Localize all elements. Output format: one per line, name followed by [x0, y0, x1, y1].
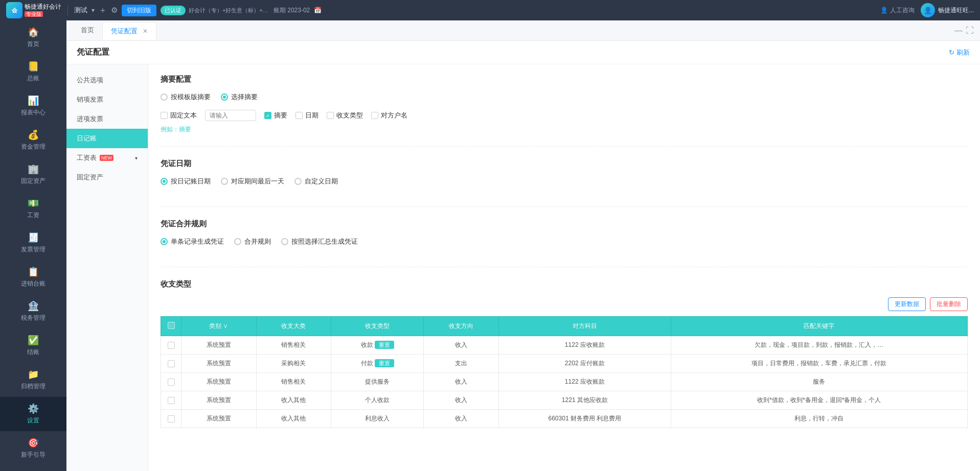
date-section: 凭证日期 按日记账日期 对应期间最后一天	[161, 159, 968, 207]
checkbox-box-date	[295, 112, 303, 119]
settings-btn[interactable]: ⚙	[111, 6, 118, 15]
sidebar-item-asset[interactable]: 🏢 固定资产	[0, 157, 66, 192]
cell-big-type-2: 采购相关	[256, 355, 331, 373]
fund-icon: 💰	[28, 129, 39, 140]
checkbox-date[interactable]: 日期	[295, 111, 318, 120]
tab-home[interactable]: 首页	[73, 21, 102, 40]
switch-btn[interactable]: 切到旧版	[122, 5, 156, 16]
row-checkbox-3[interactable]	[161, 373, 181, 391]
guide-icon: 🎯	[28, 437, 39, 449]
table-actions: 更新数据 批量删除	[161, 297, 968, 311]
test-label: 测试	[74, 6, 87, 15]
tab-minimize-icon[interactable]: —	[954, 26, 963, 35]
tab-close-btn[interactable]: ✕	[143, 28, 148, 35]
nav-public[interactable]: 公共选项	[66, 70, 148, 90]
nav-salary-table[interactable]: 工资表 NEW ▾	[66, 148, 148, 168]
checkbox-fixed-text[interactable]: 固定文本	[161, 111, 197, 120]
left-nav: 公共选项 销项发票 进项发票 日记账 工资表 NEW ▾	[66, 64, 148, 471]
update-data-btn[interactable]: 更新数据	[888, 297, 926, 311]
checkbox-type[interactable]: 收支类型	[327, 111, 363, 120]
sidebar-item-tax[interactable]: 🏦 税务管理	[0, 294, 66, 328]
tab-bar: 首页 凭证配置 ✕ — ⛶	[66, 20, 980, 41]
reset-tag-1[interactable]: 重置	[375, 341, 394, 349]
radio-custom-date[interactable]: 自定义日期	[294, 177, 338, 186]
radio-circle	[161, 93, 168, 101]
cell-type-3: 提供服务	[331, 373, 424, 391]
cell-keywords-5: 利息，行转，冲自	[671, 410, 967, 428]
table-row: 系统预置 销售相关 提供服务 收入 1122 应收账款 服务	[161, 373, 968, 391]
sidebar-item-archive[interactable]: 📁 归档管理	[0, 363, 66, 397]
reset-tag-2[interactable]: 重置	[375, 359, 394, 367]
certified-tag: 已认证	[161, 6, 186, 15]
checkbox-row: 固定文本 ✓ 摘要 日期	[161, 110, 968, 121]
checkbox-box-summary: ✓	[264, 112, 271, 119]
date-title: 凭证日期	[161, 159, 968, 169]
cell-keywords-4: 收到*借款，收到*备用金，退回*备用金，个人	[671, 391, 967, 410]
page-title: 凭证配置	[77, 47, 109, 58]
summary-section: 摘要配置 按模板版摘要 选择摘要	[161, 75, 968, 147]
sidebar-item-member[interactable]: 👑 畅会员	[0, 465, 66, 471]
merge-radio-group: 单条记录生成凭证 合并规则 按照选择汇总生成凭证	[161, 237, 968, 246]
purchase-icon: 📋	[28, 266, 39, 277]
inner-layout: 公共选项 销项发票 进项发票 日记账 工资表 NEW ▾	[66, 64, 980, 471]
row-checkbox-1[interactable]	[161, 336, 181, 355]
row-checkbox-5[interactable]	[161, 410, 181, 428]
sidebar-item-close[interactable]: ✅ 结账	[0, 328, 66, 363]
row-checkbox-4[interactable]	[161, 391, 181, 410]
archive-icon: 📁	[28, 369, 39, 380]
ledger-icon: 📒	[28, 61, 39, 72]
refresh-btn[interactable]: ↻ 刷新	[949, 48, 970, 57]
sidebar-item-report[interactable]: 📊 报表中心	[0, 89, 66, 123]
radio-journal-date[interactable]: 按日记账日期	[161, 177, 211, 186]
tab-maximize-icon[interactable]: ⛶	[966, 26, 974, 35]
checkbox-box-counterparty	[371, 112, 378, 119]
cell-type-1: 收款 重置	[331, 336, 424, 355]
sidebar-item-invoice[interactable]: 🧾 发票管理	[0, 226, 66, 260]
radio-select-summary[interactable]: 选择摘要	[221, 92, 258, 102]
cell-account-4: 1221 其他应收款	[499, 391, 671, 410]
chevron-down-icon: ▾	[135, 155, 138, 161]
nav-journal[interactable]: 日记账	[66, 129, 148, 148]
checkbox-counterparty[interactable]: 对方户名	[371, 111, 407, 120]
tags-text: 好会计（专）+好生意（标）+…	[189, 7, 268, 14]
sidebar-item-salary[interactable]: 💵 工资	[0, 192, 66, 226]
cell-direction-4: 收入	[424, 391, 499, 410]
radio-period-last[interactable]: 对应期间最后一天	[221, 177, 284, 186]
sidebar-item-guide[interactable]: 🎯 新手引导	[0, 431, 66, 465]
tab-voucher-config[interactable]: 凭证配置 ✕	[102, 22, 156, 40]
home-icon: 🏠	[28, 27, 39, 38]
radio-template-summary[interactable]: 按模板版摘要	[161, 92, 211, 102]
nav-purchase-invoice[interactable]: 进项发票	[66, 109, 148, 129]
sidebar-item-settings[interactable]: ⚙️ 设置	[0, 397, 66, 431]
checkbox-summary[interactable]: ✓ 摘要	[264, 111, 287, 120]
sidebar-item-purchase[interactable]: 📋 进销台账	[0, 260, 66, 294]
fixed-text-input[interactable]	[205, 110, 256, 121]
radio-aggregate[interactable]: 按照选择汇总生成凭证	[281, 237, 358, 246]
nav-sales-invoice[interactable]: 销项发票	[66, 90, 148, 109]
radio-circle-period	[221, 178, 228, 185]
row-checkbox-2[interactable]	[161, 355, 181, 373]
batch-delete-btn[interactable]: 批量删除	[930, 297, 968, 311]
table-row: 系统预置 采购相关 付款 重置 支出 2202 应付账款 项目，日常费用，报销款…	[161, 355, 968, 373]
nav-fixed-asset[interactable]: 固定资产	[66, 168, 148, 187]
tax-icon: 🏦	[28, 300, 39, 312]
th-category: 类别 ∨	[181, 317, 257, 336]
dropdown-arrow[interactable]: ▾	[92, 7, 95, 14]
cell-account-5: 660301 财务费用 利息费用	[499, 410, 671, 428]
main-layout: 🏠 首页 📒 总账 📊 报表中心 💰 资金管理 🏢 固定资产 💵 工资 🧾 发票…	[0, 20, 980, 471]
radio-circle-journal	[161, 178, 168, 185]
cell-type-2: 付款 重置	[331, 355, 424, 373]
add-btn[interactable]: ＋	[99, 5, 107, 16]
sidebar-item-fund[interactable]: 💰 资金管理	[0, 123, 66, 157]
avatar: 👤	[921, 3, 935, 17]
sidebar-item-home[interactable]: 🏠 首页	[0, 20, 66, 55]
logo-icon: 会	[6, 2, 22, 18]
sidebar-item-ledger[interactable]: 📒 总账	[0, 55, 66, 89]
user-area[interactable]: 👤 畅捷通旺旺...	[921, 3, 974, 17]
service-btn[interactable]: 👤 人工咨询	[880, 6, 915, 15]
th-checkbox[interactable]	[161, 317, 181, 336]
checkbox-box-type	[327, 112, 334, 119]
radio-merge-rule[interactable]: 合并规则	[234, 237, 271, 246]
cell-keywords-2: 项目，日常费用，报销款，车费，承兑汇票，付款	[671, 355, 967, 373]
radio-single-record[interactable]: 单条记录生成凭证	[161, 237, 224, 246]
